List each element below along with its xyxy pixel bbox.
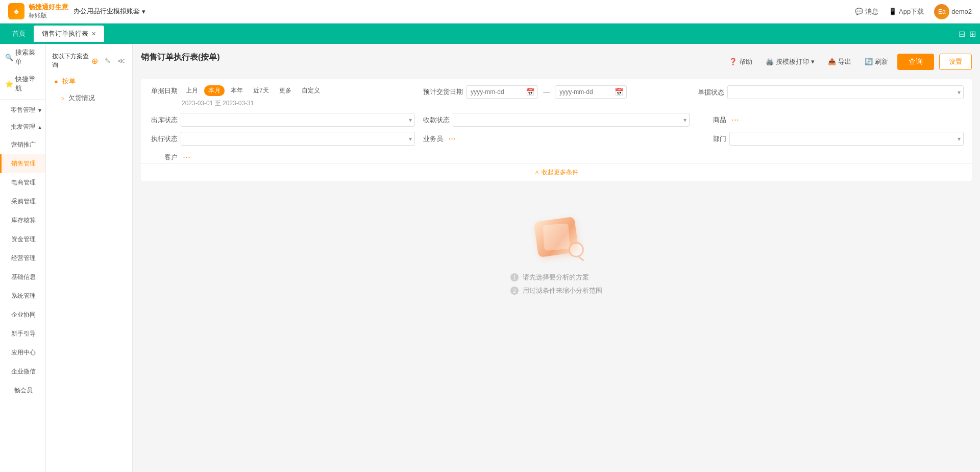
scheme-sub-item-shortage[interactable]: ○ 欠货情况 [46, 90, 132, 106]
salesman-select-button[interactable]: ··· [446, 132, 458, 145]
dept-label: 部门 [698, 134, 726, 144]
sidebar-item-purchase[interactable]: 采购管理 [0, 192, 45, 211]
help-button[interactable]: ❓ 帮助 [725, 55, 756, 68]
app-download-button[interactable]: 📱 App下载 [889, 7, 924, 16]
chevron-up-icon: ▴ [38, 124, 41, 131]
sidebar-item-member[interactable]: 畅会员 [0, 381, 45, 400]
empty-tip-2: 2 用过滤条件来缩小分析范围 [510, 286, 602, 295]
search-button[interactable]: 查询 [897, 54, 934, 70]
retail-label: 零售管理 [11, 106, 35, 113]
date-tab-this-year[interactable]: 本年 [227, 85, 247, 96]
user-profile[interactable]: Ea demo2 [934, 4, 972, 19]
empty-illustration [528, 211, 584, 263]
exec-select[interactable] [181, 132, 415, 146]
guide-label: 新手引导 [11, 329, 36, 338]
quick-nav-label: 快捷导航 [15, 75, 40, 93]
topbar-left: ♣ 畅捷通好生意 标账版 办公用品行业模拟账套 ▾ [8, 3, 145, 19]
search-menu[interactable]: 🔍 搜索菜单 [0, 44, 45, 70]
filter-row-2: 出库状态 ▾ 收款状态 [141, 108, 972, 127]
forecast-end-input[interactable] [555, 86, 611, 98]
sidebar-item-sales[interactable]: 销售管理 [0, 154, 45, 173]
tab-home[interactable]: 首页 [4, 26, 34, 42]
goods-label: 商品 [698, 115, 726, 125]
forecast-start-input[interactable] [467, 86, 523, 98]
edit-scheme-button[interactable]: ✎ [103, 56, 113, 66]
collapse-label: 收起更多条件 [542, 169, 578, 176]
doc-status-select[interactable] [727, 85, 964, 99]
sidebar-item-collab[interactable]: 企业协同 [0, 305, 45, 324]
finance-label: 资金管理 [11, 235, 36, 244]
main-content: 销售订单执行表(按单) ❓ 帮助 🖨️ 按模板打印 ▾ 📤 导出 [133, 44, 980, 472]
sidebar-item-system[interactable]: 系统管理 [0, 287, 45, 305]
page-header-actions: ❓ 帮助 🖨️ 按模板打印 ▾ 📤 导出 🔄 刷新 [725, 54, 972, 70]
add-scheme-button[interactable]: ⊕ [89, 56, 100, 66]
customer-select-button[interactable]: ··· [181, 151, 192, 163]
sidebar-divider-1 [0, 99, 45, 100]
goods-cell: 商品 ··· [698, 113, 964, 126]
date-tab-more[interactable]: 更多 [275, 85, 296, 96]
sidebar-item-basic-info[interactable]: 基础信息 [0, 268, 45, 287]
date-tabs: 上月 本月 本年 近7天 更多 自定义 [182, 85, 324, 96]
quick-nav[interactable]: ⭐ 快捷导航 [0, 70, 45, 97]
exec-label: 执行状态 [149, 134, 178, 144]
scheme-header: 按以下方案查询 ⊕ ✎ ≪ [46, 49, 132, 73]
scheme-item-by-order[interactable]: ● 按单 [46, 73, 132, 90]
avatar-text: Ea [938, 8, 946, 15]
collapse-icon: ≪ [117, 57, 125, 65]
minimize-icon[interactable]: ⊟ [959, 29, 965, 39]
sidebar-item-wholesale[interactable]: 批发管理 ▴ [0, 119, 45, 135]
tip-text-2: 用过滤条件来缩小分析范围 [523, 286, 602, 295]
tip-num-1: 1 [510, 273, 519, 281]
maximize-icon[interactable]: ⊞ [969, 29, 976, 39]
dept-select[interactable] [729, 132, 964, 146]
close-icon[interactable]: ✕ [91, 31, 96, 37]
sidebar-item-guide[interactable]: 新手引导 [0, 324, 45, 343]
payment-select[interactable] [453, 113, 689, 127]
date-tab-last-month[interactable]: 上月 [182, 85, 202, 96]
filter-row-4: 客户 ··· [141, 146, 972, 163]
sidebar-item-appcenter[interactable]: 应用中心 [0, 343, 45, 362]
calendar-icon[interactable]: 📅 [523, 88, 537, 96]
tip-text-1: 请先选择要分析的方案 [523, 273, 589, 282]
scheme-title: 按以下方案查询 [52, 52, 89, 69]
filter-container: 单据日期 上月 本月 本年 近7天 更多 自定义 2023-03-0 [141, 79, 972, 181]
logo-icon: ♣ [8, 3, 24, 19]
goods-select-button[interactable]: ··· [729, 113, 741, 126]
salesman-cell: 业务员 ··· [423, 132, 689, 145]
customer-cell: 客户 ··· [149, 151, 418, 163]
date-tab-7days[interactable]: 近7天 [249, 85, 273, 96]
refresh-button[interactable]: 🔄 刷新 [861, 55, 892, 68]
date-tab-this-month[interactable]: 本月 [204, 85, 225, 96]
export-button[interactable]: 📤 导出 [824, 55, 855, 68]
customer-label: 客户 [149, 153, 178, 162]
date-range-dash: — [541, 88, 552, 96]
doc-status-cell: 单据状态 ▾ [698, 85, 964, 99]
sidebar-item-inventory[interactable]: 库存核算 [0, 211, 45, 230]
edit-icon: ✎ [105, 57, 111, 65]
calendar-icon-2[interactable]: 📅 [611, 88, 626, 96]
app-selector[interactable]: 办公用品行业模拟账套 ▾ [74, 7, 145, 16]
sidebar-item-retail[interactable]: 零售管理 ▾ [0, 102, 45, 119]
sidebar-item-finance[interactable]: 资金管理 [0, 230, 45, 249]
sidebar-item-operations[interactable]: 经营管理 [0, 249, 45, 268]
message-label: 消息 [865, 7, 878, 16]
dept-select-wrapper: ▾ [729, 132, 964, 146]
setting-button[interactable]: 设置 [939, 54, 972, 70]
tab-sales-order[interactable]: 销售订单执行表 ✕ [34, 26, 104, 42]
collapse-button[interactable]: ∧ 收起更多条件 [141, 163, 972, 181]
setting-btn-label: 设置 [949, 58, 962, 65]
collapse-scheme-button[interactable]: ≪ [116, 56, 126, 66]
doc-status-select-wrapper: ▾ [727, 85, 964, 99]
date-tab-custom[interactable]: 自定义 [298, 85, 324, 96]
sidebar-item-marketing[interactable]: 营销推广 [0, 135, 45, 154]
empty-state: 1 请先选择要分析的方案 2 用过滤条件来缩小分析范围 [141, 181, 972, 330]
help-icon: ❓ [729, 58, 737, 65]
forecast-label: 预计交货日期 [423, 87, 463, 97]
search-menu-label: 搜索菜单 [15, 48, 40, 66]
outstock-select[interactable] [181, 113, 415, 127]
message-button[interactable]: 💬 消息 [855, 7, 878, 16]
print-button[interactable]: 🖨️ 按模板打印 ▾ [762, 55, 819, 68]
basic-info-label: 基础信息 [11, 273, 36, 281]
sidebar-item-ecommerce[interactable]: 电商管理 [0, 173, 45, 192]
sidebar-item-wechat[interactable]: 企业微信 [0, 362, 45, 381]
